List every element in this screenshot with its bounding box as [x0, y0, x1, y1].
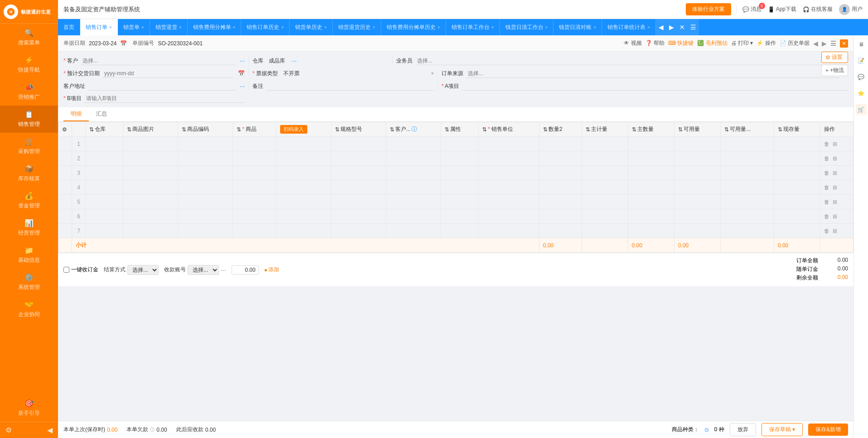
history-btn[interactable]: 📄 历史单据	[780, 39, 810, 47]
th-spec[interactable]: ⇅ 规格型号	[331, 122, 386, 137]
td-attribute-2[interactable]	[441, 151, 479, 166]
td-product-code-7[interactable]	[178, 224, 233, 238]
remark-input[interactable]	[266, 82, 434, 91]
tab-summary[interactable]: 汇总	[89, 107, 114, 121]
td-product-6[interactable]	[233, 209, 276, 224]
th-qty2[interactable]: ⇅ 数量2	[539, 122, 582, 137]
td-sales-unit-2[interactable]	[479, 151, 539, 166]
sidebar-collapse-btn[interactable]: ◀	[47, 426, 53, 434]
td-main-qty-5[interactable]	[628, 195, 674, 209]
save-draft-btn[interactable]: 保存草稿 ▾	[761, 423, 803, 436]
operation-btn[interactable]: ⚡ 操作	[756, 39, 776, 47]
td-qty2-3[interactable]	[539, 166, 582, 180]
sidebar-item-system[interactable]: ⚙️ 系统管理	[0, 269, 58, 296]
sidebar-item-purchase[interactable]: 🛒 采购管理	[0, 133, 58, 160]
td-product-2[interactable]	[233, 151, 276, 166]
close-view-btn[interactable]: ✕	[840, 39, 848, 48]
tab-return-history[interactable]: 销货退货历史 ×	[333, 19, 381, 35]
sidebar-item-marketing[interactable]: 📣 营销推广	[0, 78, 58, 106]
td-product-4[interactable]	[233, 180, 276, 195]
profit-btn[interactable]: 💹 毛利预估	[697, 39, 727, 47]
th-sales-unit[interactable]: ⇅ 销售单位	[479, 122, 539, 137]
th-stock[interactable]: ⇅ 现存量	[774, 122, 820, 137]
td-warehouse-6[interactable]	[86, 209, 123, 224]
td-product-code-6[interactable]	[178, 209, 233, 224]
td-sales-unit-6[interactable]	[479, 209, 539, 224]
td-warehouse-2[interactable]	[86, 151, 123, 166]
tab-sales-invoice[interactable]: 销货单 ×	[118, 19, 150, 35]
td-attribute-1[interactable]	[441, 137, 479, 151]
tab-sales-invoice-history-close[interactable]: ×	[324, 25, 327, 30]
right-panel-btn-4[interactable]: ⭐	[856, 88, 867, 99]
sidebar-item-enterprise[interactable]: 🤝 企业协同	[0, 296, 58, 323]
row-copy-1[interactable]: ⊞	[833, 141, 837, 147]
settings-btn[interactable]: ⚙ 设置	[821, 52, 848, 63]
td-product-code-4[interactable]	[178, 180, 233, 195]
td-attribute-4[interactable]	[441, 180, 479, 195]
tabs-next-btn[interactable]: ▶	[666, 19, 677, 35]
td-spec-4[interactable]	[331, 180, 386, 195]
row-copy-4[interactable]: ⊞	[833, 184, 837, 191]
row-delete-4[interactable]: 🗑	[824, 184, 829, 191]
td-customer-code-7[interactable]	[386, 224, 441, 238]
tab-sales-order[interactable]: 销售订单 ×	[80, 19, 118, 35]
row-delete-5[interactable]: 🗑	[824, 199, 829, 205]
account-select[interactable]: 选择...	[188, 265, 219, 275]
table-settings-icon[interactable]: ⚙	[62, 126, 67, 133]
save-new-btn[interactable]: 保存&新增	[808, 424, 848, 436]
tabs-menu-btn[interactable]: ☰	[688, 19, 699, 35]
message-btn[interactable]: 💬 5 消息	[742, 5, 761, 13]
td-warehouse-4[interactable]	[86, 180, 123, 195]
sidebar-item-guide[interactable]: 🎯 新手引导	[0, 395, 58, 422]
delivery-date-input[interactable]	[102, 69, 233, 78]
row-copy-2[interactable]: ⊞	[833, 155, 837, 162]
td-warehouse-3[interactable]	[86, 166, 123, 180]
td-product-3[interactable]	[233, 166, 276, 180]
row-copy-7[interactable]: ⊞	[833, 228, 837, 234]
td-main-qty-1[interactable]	[628, 137, 674, 151]
amount-input[interactable]	[232, 265, 259, 274]
td-product-1[interactable]	[233, 137, 276, 151]
td-main-qty-7[interactable]	[628, 224, 674, 238]
calendar-icon[interactable]: 📅	[120, 40, 127, 47]
nav-prev-btn[interactable]: ◀	[813, 40, 818, 47]
tab-sales-stats-close[interactable]: ×	[647, 25, 650, 30]
td-product-7[interactable]	[233, 224, 276, 238]
tab-expenses-history[interactable]: 销售费用分摊单历史 ×	[381, 19, 446, 35]
tab-sales-expenses[interactable]: 销售费用分摊单 ×	[188, 19, 242, 35]
th-customer-code[interactable]: ⇅ 客户... ⓘ	[386, 122, 441, 137]
settle-method-select[interactable]: 选择...	[127, 265, 159, 275]
row-copy-5[interactable]: ⊞	[833, 199, 837, 205]
industry-btn[interactable]: 体验行业方案	[686, 3, 731, 15]
app-download-btn[interactable]: 📱 App下载	[768, 5, 796, 13]
th-main-qty[interactable]: ⇅ 主数量	[628, 122, 674, 137]
td-sales-unit-1[interactable]	[479, 137, 539, 151]
tab-detail[interactable]: 明细	[63, 107, 89, 121]
td-main-qty-3[interactable]	[628, 166, 674, 180]
td-warehouse-7[interactable]	[86, 224, 123, 238]
tab-daily-reconcile[interactable]: 钱货日清对账 ×	[553, 19, 602, 35]
th-product[interactable]: ⇅ 商品	[233, 122, 276, 137]
add-logistics-btn[interactable]: + +物流	[821, 65, 848, 76]
right-panel-btn-3[interactable]: 💬	[856, 72, 867, 82]
td-spec-2[interactable]	[331, 151, 386, 166]
sidebar-settings-btn[interactable]: ⚙	[5, 426, 12, 434]
staff-input[interactable]	[415, 57, 840, 65]
list-view-btn[interactable]: ☰	[830, 40, 836, 47]
td-sales-unit-4[interactable]	[479, 180, 539, 195]
discard-btn[interactable]: 放弃	[730, 423, 756, 436]
tab-sales-order-close[interactable]: ×	[109, 25, 112, 30]
th-available2[interactable]: ⇅ 可用量...	[721, 122, 774, 137]
address-dots[interactable]: ···	[239, 82, 245, 90]
td-customer-code-3[interactable]	[386, 166, 441, 180]
sidebar-item-finance[interactable]: 💰 资金管理	[0, 187, 58, 214]
td-warehouse-5[interactable]	[86, 195, 123, 209]
td-main-qty-2[interactable]	[628, 151, 674, 166]
td-qty2-1[interactable]	[539, 137, 582, 151]
row-delete-3[interactable]: 🗑	[824, 170, 829, 176]
order-source-input[interactable]	[466, 69, 840, 78]
td-spec-7[interactable]	[331, 224, 386, 238]
tab-sales-invoice-history[interactable]: 销货单历史 ×	[290, 19, 333, 35]
td-attribute-6[interactable]	[441, 209, 479, 224]
sidebar-item-basic-info[interactable]: 📁 基础信息	[0, 241, 58, 269]
